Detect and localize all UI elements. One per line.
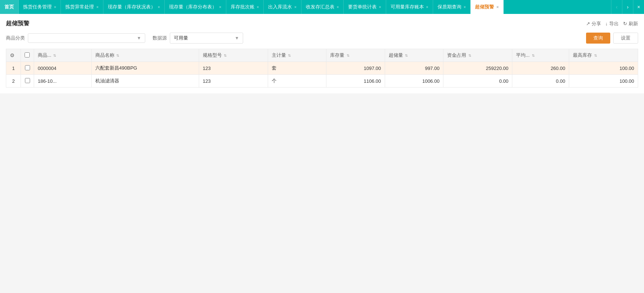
col-header-unit: 主计量 ⇅	[268, 49, 326, 62]
page-header: 超储预警 ↗ 分享 ↓ 导出 ↻ 刷新	[6, 20, 638, 27]
datasource-select[interactable]: 可用量 ▼	[170, 33, 243, 44]
close-tab-9[interactable]: ×	[426, 5, 428, 9]
category-select[interactable]: ▼	[28, 33, 145, 43]
cell-spec-1: 123	[199, 62, 268, 75]
category-label: 商品分类	[6, 35, 25, 41]
cell-code-1: 0000004	[34, 62, 92, 75]
datasource-value: 可用量	[174, 35, 188, 41]
cell-max-2: 100.00	[569, 75, 638, 88]
nav-arrow-left[interactable]: ‹	[611, 0, 622, 14]
select-all-checkbox[interactable]	[25, 52, 30, 58]
category-filter: 商品分类 ▼	[6, 33, 145, 43]
col-header-settings: ⚙	[6, 49, 21, 62]
close-tab-10[interactable]: ×	[464, 5, 466, 9]
close-tab-6[interactable]: ×	[294, 5, 296, 9]
nav-home[interactable]: 首页	[0, 0, 19, 14]
nav-tab-10[interactable]: 保质期查询 ×	[433, 0, 471, 14]
nav-tab-9[interactable]: 可用量库存账本 ×	[386, 0, 433, 14]
col-header-spec: 规格型号 ⇅	[199, 49, 268, 62]
refresh-button[interactable]: ↻ 刷新	[623, 21, 638, 27]
sort-icon: ⇅	[116, 53, 119, 58]
nav-arrow-more[interactable]: ×	[633, 0, 644, 14]
nav-arrows: ‹ › ×	[611, 0, 644, 14]
top-navigation: 首页 拣货任务管理 × 拣货异常处理 × 现存量（库存状况表） × 现存量（库存…	[0, 0, 644, 14]
row-checkbox-2[interactable]	[25, 78, 30, 83]
share-icon: ↗	[586, 21, 590, 26]
table-header: ⚙ 商品... ⇅ 商品名称 ⇅ 规格型号 ⇅ 主计量	[6, 49, 638, 62]
cell-over-1: 997.00	[385, 62, 443, 75]
col-header-max: 最高库存 ⇅	[569, 49, 638, 62]
cell-max-1: 100.00	[569, 62, 638, 75]
cell-spec-2: 123	[199, 75, 268, 88]
close-tab-8[interactable]: ×	[379, 5, 381, 9]
col-header-over: 超储量 ⇅	[385, 49, 443, 62]
nav-tab-7[interactable]: 收发存汇总表 ×	[301, 0, 344, 14]
nav-arrow-right[interactable]: ›	[622, 0, 633, 14]
cell-stock-1: 1097.00	[326, 62, 385, 75]
nav-tab-1[interactable]: 拣货任务管理 ×	[19, 0, 61, 14]
chevron-down-icon: ▼	[137, 36, 141, 41]
datasource-filter: 数据源 可用量 ▼	[153, 33, 243, 44]
export-icon: ↓	[605, 21, 608, 26]
cell-checkbox-1	[21, 62, 34, 75]
close-tab-4[interactable]: ×	[219, 5, 221, 9]
close-tab-11[interactable]: ×	[496, 5, 498, 9]
sort-icon: ⇅	[468, 53, 471, 58]
nav-tab-5[interactable]: 库存批次账 ×	[226, 0, 264, 14]
cell-unit-2: 个	[268, 75, 326, 88]
col-header-code: 商品... ⇅	[34, 49, 92, 62]
nav-tab-6[interactable]: 出入库流水 ×	[264, 0, 301, 14]
settings-button[interactable]: 设置	[613, 33, 638, 44]
sort-icon: ⇅	[53, 53, 56, 58]
cell-name-1: 六配套新昌490BPG	[91, 62, 199, 75]
col-header-capital: 资金占用 ⇅	[443, 49, 512, 62]
col-header-checkbox	[21, 49, 34, 62]
refresh-icon: ↻	[623, 21, 627, 26]
page-content: 超储预警 ↗ 分享 ↓ 导出 ↻ 刷新 商品分类 ▼ 数据源	[0, 14, 644, 93]
close-tab-1[interactable]: ×	[54, 5, 56, 9]
filter-actions: 查询 设置	[586, 33, 638, 44]
col-header-name: 商品名称 ⇅	[91, 49, 199, 62]
cell-capital-2: 0.00	[443, 75, 512, 88]
sort-icon: ⇅	[532, 53, 535, 58]
cell-index-2: 2	[6, 75, 21, 88]
nav-tab-4[interactable]: 现存量（库存分布表） ×	[165, 0, 226, 14]
table-body: 1 0000004 六配套新昌490BPG 123 套 1097.00 997.…	[6, 62, 638, 88]
data-table: ⚙ 商品... ⇅ 商品名称 ⇅ 规格型号 ⇅ 主计量	[6, 49, 638, 88]
header-actions: ↗ 分享 ↓ 导出 ↻ 刷新	[586, 21, 638, 27]
chevron-down-icon: ▼	[235, 36, 239, 41]
cell-name-2: 机油滤清器	[91, 75, 199, 88]
sort-icon: ⇅	[288, 53, 291, 58]
nav-tab-11[interactable]: 超储预警 ×	[471, 0, 503, 14]
close-tab-5[interactable]: ×	[257, 5, 259, 9]
sort-icon: ⇅	[405, 53, 408, 58]
close-tab-2[interactable]: ×	[96, 5, 98, 9]
row-checkbox-1[interactable]	[25, 65, 30, 70]
share-button[interactable]: ↗ 分享	[586, 21, 601, 27]
cell-over-2: 1006.00	[385, 75, 443, 88]
page-title: 超储预警	[6, 20, 29, 27]
cell-avg-1: 260.00	[512, 62, 569, 75]
table-row: 2 186-10... 机油滤清器 123 个 1106.00 1006.00 …	[6, 75, 638, 88]
close-tab-7[interactable]: ×	[337, 5, 339, 9]
nav-tab-8[interactable]: 要货单统计表 ×	[344, 0, 386, 14]
cell-code-2: 186-10...	[34, 75, 92, 88]
close-tab-3[interactable]: ×	[158, 5, 160, 9]
sort-icon: ⇅	[594, 53, 597, 58]
filter-area: 商品分类 ▼ 数据源 可用量 ▼ 查询 设置	[6, 33, 638, 44]
gear-icon[interactable]: ⚙	[10, 52, 15, 58]
sort-icon: ⇅	[224, 53, 227, 58]
table-row: 1 0000004 六配套新昌490BPG 123 套 1097.00 997.…	[6, 62, 638, 75]
cell-unit-1: 套	[268, 62, 326, 75]
cell-index-1: 1	[6, 62, 21, 75]
export-button[interactable]: ↓ 导出	[605, 21, 619, 27]
nav-tab-2[interactable]: 拣货异常处理 ×	[61, 0, 103, 14]
datasource-label: 数据源	[153, 35, 167, 41]
cell-checkbox-2	[21, 75, 34, 88]
col-header-avg: 平均... ⇅	[512, 49, 569, 62]
nav-tab-3[interactable]: 现存量（库存状况表） ×	[103, 0, 165, 14]
query-button[interactable]: 查询	[586, 33, 610, 44]
cell-stock-2: 1106.00	[326, 75, 385, 88]
sort-icon: ⇅	[347, 53, 350, 58]
cell-avg-2: 0.00	[512, 75, 569, 88]
